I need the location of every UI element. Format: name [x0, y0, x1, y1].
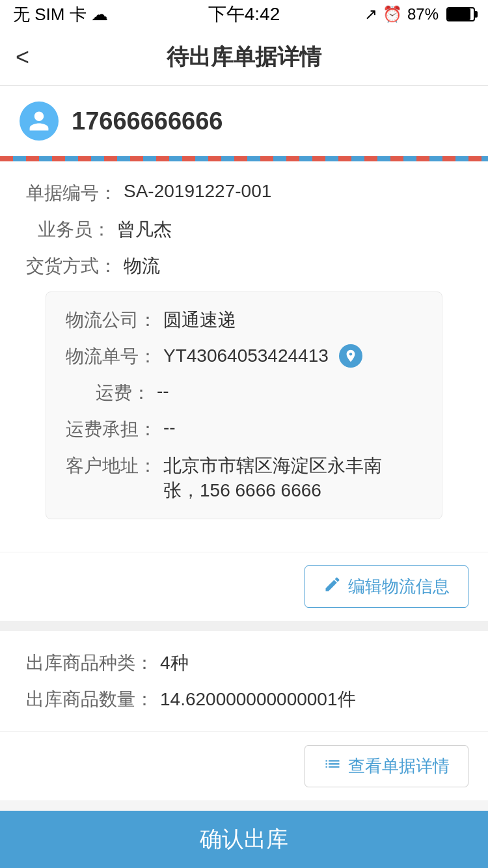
dashed-divider: [0, 156, 488, 161]
edit-btn-label: 编辑物流信息: [348, 575, 450, 598]
address-value: 北京市市辖区海淀区永丰南 张，156 6666 6666: [163, 454, 422, 503]
battery-percent: 87%: [407, 5, 439, 23]
tracking-location-icon[interactable]: [339, 344, 362, 368]
logistics-tracking-value: YT43064053424413: [163, 344, 422, 368]
customer-section: 17666666666: [0, 86, 488, 156]
delivery-label: 交货方式：: [26, 254, 117, 278]
salesman-label: 业务员：: [26, 217, 111, 242]
back-button[interactable]: <: [16, 44, 29, 71]
address-row: 客户地址： 北京市市辖区海淀区永丰南 张，156 6666 6666: [66, 454, 422, 503]
goods-type-row: 出库商品种类： 4种: [26, 651, 462, 675]
freight-bear-value: --: [163, 417, 422, 438]
status-left: 无 SIM 卡 ☁: [13, 3, 108, 26]
status-time: 下午4:42: [208, 2, 280, 27]
logistics-company-label: 物流公司：: [66, 308, 157, 332]
delivery-row: 交货方式： 物流: [26, 254, 462, 278]
freight-value: --: [157, 381, 422, 401]
alarm-icon: ⏰: [383, 5, 402, 23]
edit-icon: [323, 575, 342, 598]
content-area: 17666666666 单据编号： SA-20191227-001 业务员： 曾…: [0, 86, 488, 868]
logistics-card: 物流公司： 圆通速递 物流单号： YT43064053424413 运费： --…: [46, 292, 442, 519]
edit-btn-container: 编辑物流信息: [0, 552, 488, 621]
address-label: 客户地址：: [66, 454, 157, 478]
salesman-value: 曾凡杰: [117, 217, 462, 242]
status-bar: 无 SIM 卡 ☁ 下午4:42 ↗ ⏰ 87%: [0, 0, 488, 29]
battery-icon: [446, 7, 475, 21]
goods-quantity-value: 14.620000000000001件: [160, 687, 462, 712]
confirm-btn-text: 确认出库: [200, 824, 288, 854]
freight-bear-row: 运费承担： --: [66, 417, 422, 442]
logistics-company-value: 圆通速递: [163, 308, 422, 332]
goods-quantity-row: 出库商品数量： 14.620000000000001件: [26, 687, 462, 712]
logistics-tracking-row: 物流单号： YT43064053424413: [66, 344, 422, 369]
confirm-btn-bar[interactable]: 确认出库: [0, 811, 488, 868]
logistics-tracking-label: 物流单号：: [66, 344, 157, 369]
status-right: ↗ ⏰ 87%: [364, 5, 475, 23]
order-number-row: 单据编号： SA-20191227-001: [26, 181, 462, 206]
order-number-label: 单据编号：: [26, 181, 117, 206]
goods-type-label: 出库商品种类：: [26, 651, 154, 675]
order-number-value: SA-20191227-001: [124, 181, 462, 202]
goods-type-value: 4种: [160, 651, 462, 675]
order-info-section: 单据编号： SA-20191227-001 业务员： 曾凡杰 交货方式： 物流 …: [0, 161, 488, 552]
customer-phone: 17666666666: [72, 107, 223, 135]
page-title: 待出库单据详情: [167, 42, 321, 72]
freight-row: 运费： --: [66, 381, 422, 405]
salesman-row: 业务员： 曾凡杰: [26, 217, 462, 242]
view-btn-container: 查看单据详情: [0, 731, 488, 800]
edit-logistics-button[interactable]: 编辑物流信息: [305, 565, 468, 608]
freight-bear-label: 运费承担：: [66, 417, 157, 442]
location-status-icon: ↗: [364, 5, 377, 23]
view-btn-label: 查看单据详情: [348, 755, 450, 778]
list-icon: [323, 755, 342, 778]
nav-bar: < 待出库单据详情: [0, 29, 488, 86]
logistics-company-row: 物流公司： 圆通速递: [66, 308, 422, 332]
view-detail-button[interactable]: 查看单据详情: [305, 745, 468, 787]
sim-text: 无 SIM 卡 ☁: [13, 3, 108, 26]
goods-quantity-label: 出库商品数量：: [26, 687, 154, 712]
goods-section: 出库商品种类： 4种 出库商品数量： 14.620000000000001件: [0, 631, 488, 731]
freight-label: 运费：: [66, 381, 150, 405]
section-separator: [0, 621, 488, 631]
avatar: [20, 102, 59, 141]
delivery-value: 物流: [124, 254, 462, 278]
